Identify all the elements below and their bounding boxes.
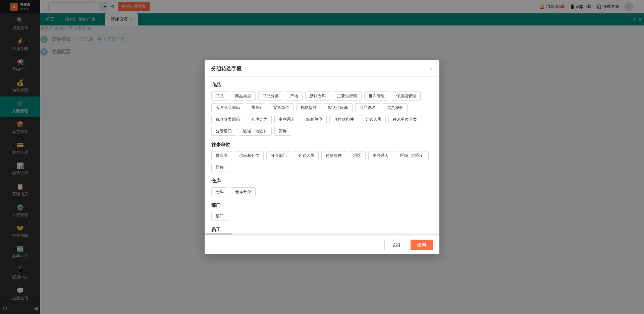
field-tag-counterpart-2[interactable]: 分管部门 xyxy=(266,151,291,160)
section-title-department: 部门 xyxy=(211,202,433,208)
field-tag-goods-6[interactable]: 批次管理 xyxy=(364,91,389,101)
field-tag-counterpart-3[interactable]: 分管人员 xyxy=(294,151,319,160)
field-tag-goods-13[interactable]: 商品别名 xyxy=(355,103,380,112)
modal-hscroll[interactable] xyxy=(205,233,439,235)
field-tag-goods-18[interactable]: 结算单位 xyxy=(302,115,327,124)
field-tag-goods-3[interactable]: 产地 xyxy=(286,91,303,101)
field-tags-department: 部门 xyxy=(211,212,433,221)
field-tags-counterpart: 供应商供应商分类分管部门分管人员付款条件地区主联系人区域（地区）简称 xyxy=(211,151,433,172)
field-tag-warehouse-1[interactable]: 仓库分类 xyxy=(231,187,256,196)
field-tags-goods: 商品商品类型商品分类产地默认仓库主要供应商批次管理保质期管理客户商品编码重量3零… xyxy=(211,91,433,136)
confirm-button[interactable]: 查询 xyxy=(411,240,433,250)
field-tag-goods-10[interactable]: 零售单位 xyxy=(269,103,293,112)
field-tag-warehouse-0[interactable]: 仓库 xyxy=(211,187,228,196)
modal-overlay: 分组待选字段 × 商品商品商品类型商品分类产地默认仓库主要供应商批次管理保质期管… xyxy=(0,0,644,314)
section-goods: 商品商品商品类型商品分类产地默认仓库主要供应商批次管理保质期管理客户商品编码重量… xyxy=(211,82,433,136)
field-tag-goods-19[interactable]: 收付款条件 xyxy=(329,115,358,124)
field-tag-goods-12[interactable]: 默认供应商 xyxy=(324,103,353,112)
section-warehouse: 仓库仓库仓库分类 xyxy=(211,178,433,196)
modal-title: 分组待选字段 xyxy=(211,66,241,72)
field-tag-goods-5[interactable]: 主要供应商 xyxy=(333,91,362,101)
section-department: 部门部门 xyxy=(211,202,433,221)
field-tag-goods-2[interactable]: 商品分类 xyxy=(258,91,283,101)
field-tag-counterpart-4[interactable]: 付款条件 xyxy=(321,151,346,160)
section-employee: 员工业务员 xyxy=(211,227,433,233)
field-tag-goods-16[interactable]: 仓库分类 xyxy=(247,115,272,124)
field-tag-department-0[interactable]: 部门 xyxy=(211,212,228,221)
field-tag-counterpart-7[interactable]: 区域（地区） xyxy=(396,151,429,160)
modal-header: 分组待选字段 × xyxy=(205,60,439,77)
field-tag-goods-0[interactable]: 商品 xyxy=(211,91,228,101)
field-tag-goods-1[interactable]: 商品类型 xyxy=(231,91,256,101)
section-title-warehouse: 仓库 xyxy=(211,178,433,184)
field-tag-goods-23[interactable]: 区域（地区） xyxy=(239,127,272,136)
section-counterpart: 往来单位供应商供应商分类分管部门分管人员付款条件地区主联系人区域（地区）简称 xyxy=(211,142,433,172)
field-tag-goods-8[interactable]: 客户商品编码 xyxy=(211,103,244,112)
field-tag-counterpart-5[interactable]: 地区 xyxy=(349,151,366,160)
section-title-counterpart: 往来单位 xyxy=(211,142,433,148)
field-tag-counterpart-6[interactable]: 主联系人 xyxy=(368,151,393,160)
field-tag-goods-14[interactable]: 炼货积分 xyxy=(383,103,408,112)
field-tag-goods-7[interactable]: 保质期管理 xyxy=(392,91,421,101)
modal-close-button[interactable]: × xyxy=(429,65,433,72)
field-tag-goods-17[interactable]: 主联系人 xyxy=(274,115,299,124)
field-tag-goods-20[interactable]: 分管人员 xyxy=(361,115,386,124)
field-tag-goods-21[interactable]: 往来单位分类 xyxy=(388,115,421,124)
section-title-employee: 员工 xyxy=(211,227,433,233)
modal-footer: 取消 查询 xyxy=(205,235,439,254)
modal-body: 商品商品商品类型商品分类产地默认仓库主要供应商批次管理保质期管理客户商品编码重量… xyxy=(205,77,439,233)
field-tag-counterpart-1[interactable]: 供应商分类 xyxy=(235,151,264,160)
cancel-button[interactable]: 取消 xyxy=(384,240,407,250)
field-tag-goods-24[interactable]: 简称 xyxy=(274,127,291,136)
field-tag-goods-22[interactable]: 分管部门 xyxy=(211,127,236,136)
hscroll-thumb xyxy=(205,233,232,235)
field-tag-counterpart-0[interactable]: 供应商 xyxy=(211,151,232,160)
field-tag-goods-15[interactable]: 税收分类编码 xyxy=(211,115,244,124)
field-tag-goods-11[interactable]: 规格型号 xyxy=(296,103,321,112)
field-tag-goods-4[interactable]: 默认仓库 xyxy=(305,91,330,101)
section-title-goods: 商品 xyxy=(211,82,433,88)
field-tag-counterpart-8[interactable]: 简称 xyxy=(211,163,228,172)
field-tags-warehouse: 仓库仓库分类 xyxy=(211,187,433,196)
field-tag-goods-9[interactable]: 重量3 xyxy=(247,103,266,112)
modal-dialog: 分组待选字段 × 商品商品商品类型商品分类产地默认仓库主要供应商批次管理保质期管… xyxy=(205,60,439,254)
